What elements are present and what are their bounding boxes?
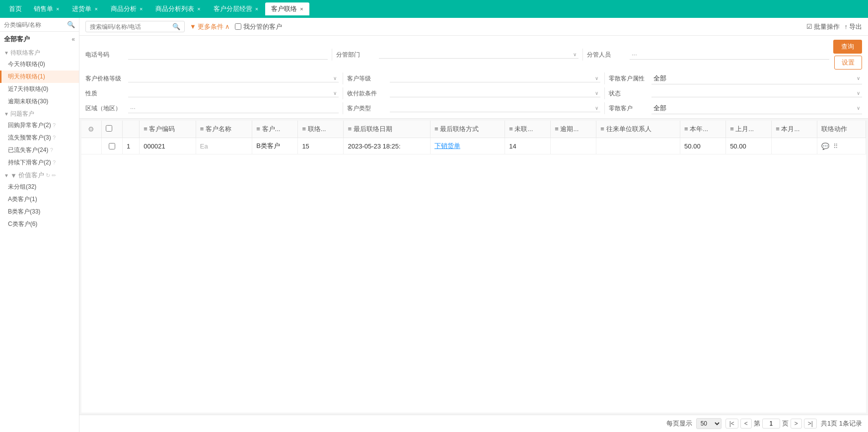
retail-customer-arrow: ∨ <box>857 105 860 111</box>
nav-item-product-list[interactable]: 商品分析列表 × <box>149 2 206 15</box>
col-this-month[interactable]: ≡ 本月... <box>772 121 817 138</box>
nav-item-product-analysis[interactable]: 商品分析 × <box>105 2 148 15</box>
close-customer-ops-icon[interactable]: × <box>255 6 258 12</box>
nav-item-customer-ops[interactable]: 客户分层经营 × <box>208 2 264 15</box>
customer-level-arrow: ∨ <box>595 75 598 81</box>
my-customers-check[interactable]: 我分管的客户 <box>235 22 282 31</box>
set-button[interactable]: 设置 <box>834 56 862 70</box>
all-customers-header[interactable]: 全部客户 « <box>0 32 79 47</box>
filter-phone-input[interactable] <box>128 50 328 60</box>
page-number-input[interactable] <box>762 419 780 429</box>
last-page-btn[interactable]: >| <box>804 419 817 429</box>
sidebar-item-ungrouped[interactable]: 未分组(32) <box>0 181 79 193</box>
filter-payment-select[interactable]: ∨ <box>390 89 600 97</box>
col-uncontacted[interactable]: ≡ 未联... <box>505 121 551 138</box>
status-arrow: ∨ <box>857 90 860 96</box>
col-company-contact[interactable]: ≡ 往来单位联系人 <box>596 121 680 138</box>
total-label: 共1页 1条记录 <box>821 419 862 428</box>
filter-price-level: 客户价格等级 ∨ <box>85 74 339 83</box>
batch-ops-btn[interactable]: ☑ 批量操作 <box>806 22 840 31</box>
sidebar: 🔍 全部客户 « 待联络客户 今天待联络(0) 明天待联络(1) 近7天待联络(… <box>0 18 79 432</box>
sidebar-item-churn-warning[interactable]: 流失预警客户(3) ? <box>0 132 79 144</box>
col-contact-count[interactable]: ≡ 联络... <box>298 121 344 138</box>
sidebar-item-tomorrow[interactable]: 明天待联络(1) <box>0 71 79 83</box>
region-dots[interactable]: ··· <box>130 104 136 112</box>
nav-item-customer-contact[interactable]: 客户联络 × <box>265 2 309 15</box>
cell-checkbox[interactable] <box>101 138 122 154</box>
cell-overdue <box>551 138 596 154</box>
sidebar-item-declining[interactable]: 持续下滑客户(2) ? <box>0 156 79 169</box>
filter-phone: 电话号码 <box>85 50 328 60</box>
col-last-method[interactable]: ≡ 最后联络方式 <box>430 121 505 138</box>
sidebar-search-input[interactable] <box>4 21 65 28</box>
first-page-btn[interactable]: |< <box>725 419 738 429</box>
filter-gender-select[interactable]: ∨ <box>128 89 339 97</box>
search-input[interactable] <box>90 23 170 30</box>
sidebar-group-problem: 问题客户 <box>0 108 79 119</box>
sidebar-item-churned[interactable]: 已流失客户(24) ? <box>0 144 79 156</box>
nav-item-purchase[interactable]: 进货单 × <box>66 2 103 15</box>
my-customers-checkbox[interactable] <box>235 23 241 30</box>
action-grid-icon[interactable]: ⠿ <box>833 143 838 150</box>
footer: 每页显示 50 100 200 |< < 第 页 > >| 共1页 1条记录 <box>79 415 868 432</box>
col-code[interactable]: ≡ 客户编码 <box>140 121 196 138</box>
col-name[interactable]: ≡ 客户名称 <box>196 121 252 138</box>
filter-customer-type-select[interactable]: ∨ <box>390 104 600 112</box>
sidebar-item-class-b[interactable]: B类客户(33) <box>0 206 79 218</box>
next-page-btn[interactable]: > <box>791 419 802 429</box>
close-purchase-icon[interactable]: × <box>94 6 97 12</box>
person-dots[interactable]: ··· <box>632 51 637 58</box>
col-this-year[interactable]: ≡ 本年... <box>680 121 726 138</box>
sidebar-item-class-a[interactable]: A类客户(1) <box>0 193 79 206</box>
cell-this-month <box>772 138 817 154</box>
action-chat-icon[interactable]: 💬 <box>821 143 829 150</box>
nav-item-sales[interactable]: 销售单 × <box>28 2 65 15</box>
filter-row-2: 客户价格等级 ∨ 客户等级 ∨ 零散客户属性 全部 <box>85 72 862 84</box>
filter-payment: 收付款条件 ∨ <box>347 89 600 98</box>
filter-dept-select[interactable]: ∨ <box>379 51 579 59</box>
filter-customer-level-select[interactable]: ∨ <box>390 74 600 82</box>
export-icon: ↑ <box>845 23 848 30</box>
nav-home[interactable]: 首页 <box>4 2 27 15</box>
filter-retail-attr-select[interactable]: 全部 ∨ <box>651 73 862 84</box>
cell-last-date: 2023-05-23 18:25: <box>344 138 430 154</box>
export-btn[interactable]: ↑ 导出 <box>845 22 863 31</box>
close-product-list-icon[interactable]: × <box>197 6 200 12</box>
sidebar-search-icon[interactable]: 🔍 <box>67 21 75 28</box>
col-action[interactable]: 联络动作 <box>817 121 866 138</box>
cell-last-method[interactable]: 下销货单 <box>430 138 505 154</box>
value-edit-icon[interactable]: ✏ <box>52 172 56 179</box>
value-refresh-icon[interactable]: ↻ <box>46 172 50 179</box>
query-button[interactable]: 查询 <box>833 40 862 54</box>
filter-retail-customer: 零散客户 全部 ∨ <box>609 103 862 114</box>
col-last-month[interactable]: ≡ 上月... <box>726 121 772 138</box>
sidebar-item-class-c[interactable]: C类客户(6) <box>0 218 79 230</box>
col-settings[interactable]: ⚙ <box>81 121 101 138</box>
close-customer-contact-icon[interactable]: × <box>300 6 303 12</box>
col-overdue[interactable]: ≡ 逾期... <box>551 121 596 138</box>
filter-person-select[interactable]: ··· <box>630 50 829 60</box>
per-page-select[interactable]: 50 100 200 <box>696 418 722 429</box>
sidebar-group-pending: 待联络客户 <box>0 47 79 58</box>
filter-retail-customer-select[interactable]: 全部 ∨ <box>651 103 862 114</box>
filter-region-select[interactable]: ··· <box>128 103 339 113</box>
filter-status-select[interactable]: ∨ <box>651 89 862 97</box>
retail-attr-arrow: ∨ <box>857 75 860 81</box>
col-type[interactable]: ≡ 客户... <box>252 121 298 138</box>
close-product-analysis-icon[interactable]: × <box>140 6 143 12</box>
prev-page-btn[interactable]: < <box>740 419 752 429</box>
col-checkbox[interactable] <box>101 121 122 138</box>
col-last-date[interactable]: ≡ 最后联络日期 <box>344 121 430 138</box>
checkbox-icon: ☑ <box>806 23 812 30</box>
sidebar-item-overdue[interactable]: 逾期未联络(30) <box>0 95 79 108</box>
sidebar-item-repurchase-abnormal[interactable]: 回购异常客户(2) ? <box>0 119 79 132</box>
close-sales-icon[interactable]: × <box>56 6 59 12</box>
select-all-checkbox[interactable] <box>106 125 112 132</box>
filter-more-btn[interactable]: ▼ 更多条件 ∧ <box>190 22 230 31</box>
row-checkbox[interactable] <box>109 143 115 149</box>
sidebar-item-7days[interactable]: 近7天待联络(0) <box>0 83 79 95</box>
customer-type-arrow: ∨ <box>595 105 598 111</box>
sidebar-item-today[interactable]: 今天待联络(0) <box>0 58 79 71</box>
filter-price-level-select[interactable]: ∨ <box>128 74 339 82</box>
search-bar-icon[interactable]: 🔍 <box>172 23 180 30</box>
